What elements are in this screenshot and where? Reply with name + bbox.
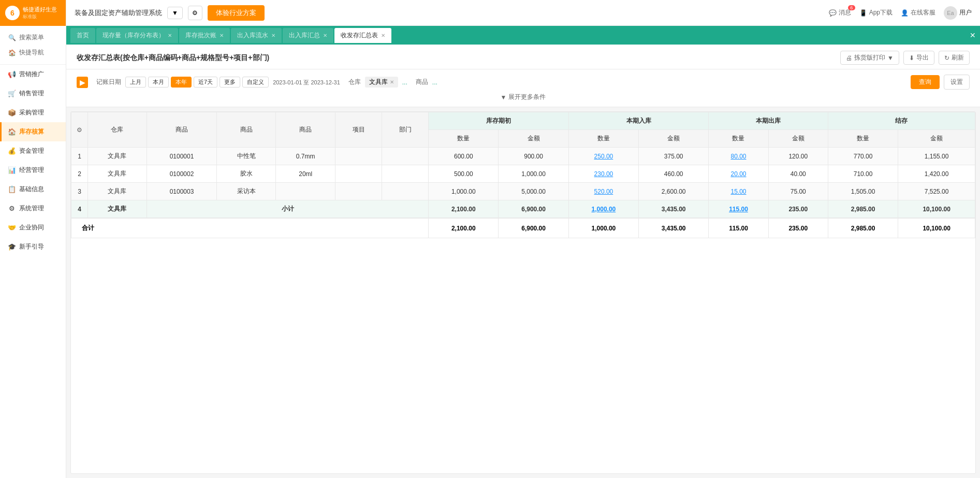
table-footer-row: 合计 2,100.00 6,900.00 1,000.00 3,435.00 1… [71,218,975,238]
sidebar-item-basic[interactable]: 📋 基础信息 [0,180,66,199]
basic-icon: 📋 [8,185,16,194]
topbar-actions: 💬 消息 6 📱 App下载 👤 在线客服 Ea 用户 [829,6,972,20]
trial-btn[interactable]: 体验行业方案 [208,5,265,21]
print-button[interactable]: 🖨 拣货版打印 ▼ [840,51,899,65]
app-download-label: App下载 [869,8,893,17]
col-department-header: 部门 [382,112,429,148]
footer-open-amt: 6,900.00 [499,218,568,238]
footer-in-amt: 3,435.00 [639,218,709,238]
data-table: ⚙ 仓库 商品 商品 商品 项目 部门 库存期初 本期入库 本期出库 结存 [71,112,975,238]
tabs-close-all[interactable]: ✕ [970,31,976,39]
expand-more-conditions[interactable]: ▼ 展开更多条件 [77,93,970,102]
footer-label: 合计 [71,218,429,238]
online-service-item[interactable]: 👤 在线客服 [901,8,935,17]
sidebar-item-enterprise[interactable]: 🤝 企业协同 [0,218,66,237]
sidebar-item-sales[interactable]: 🛒 销售管理 [0,84,66,103]
system-name: 装备及固定资产辅助管理系统 [75,8,162,18]
col-out-header: 本期出库 [709,112,828,130]
export-button[interactable]: ⬇ 导出 [903,51,934,65]
sidebar-item-marketing-label: 营销推广 [19,70,44,79]
filter-row-main: ▶ 记账日期 上月 本月 本年 近7天 更多 自定义 2023-01-01 至 … [77,75,970,90]
tab-inout-summary-label: 出入库汇总 [289,31,320,40]
search-icon: 🔍 [8,34,16,41]
tab-stock-distribution-close[interactable]: ✕ [168,33,172,38]
warehouse-filter-label: 仓库 [348,78,361,86]
refresh-icon: ↻ [944,54,949,62]
sidebar-item-finance[interactable]: 💰 资金管理 [0,141,66,161]
warehouse-tag: 文具库 ✕ [365,77,398,88]
quick-nav-item[interactable]: 🏠 快捷导航 [4,45,62,60]
page-header-actions: 🖨 拣货版打印 ▼ ⬇ 导出 ↻ 刷新 [840,51,970,65]
user-label: 用户 [959,8,972,17]
service-icon: 👤 [901,9,909,17]
table-row: 1 文具库 0100001 中性笔 0.7mm 600.00 900.00 25… [71,148,975,165]
tab-stock-summary-close[interactable]: ✕ [381,33,385,38]
chevron-down-icon: ▼ [501,94,507,101]
search-menu-item[interactable]: 🔍 搜索菜单 [4,30,62,45]
col-out-qty-header: 数量 [709,130,768,148]
sidebar-nav: 📢 营销推广 🛒 销售管理 📦 采购管理 🏠 库存核算 💰 资金管理 📊 经营管… [0,65,66,256]
tab-inout-summary[interactable]: 出入库汇总 ✕ [283,28,333,43]
sidebar-item-sales-label: 销售管理 [19,89,44,98]
search-menu-label: 搜索菜单 [19,33,44,42]
user-item[interactable]: Ea 用户 [944,6,972,20]
date-more-btn[interactable]: 更多 [220,77,240,88]
sidebar-item-purchase[interactable]: 📦 采购管理 [0,103,66,122]
col-open-amt-header: 金额 [499,130,568,148]
query-button[interactable]: 查询 [911,75,940,89]
goods-filter-label: 商品 [416,78,428,86]
main-area: 装备及固定资产辅助管理系统 ▼ ⚙ 体验行业方案 💬 消息 6 📱 App下载 … [66,0,980,478]
table-row: 3 文具库 0100003 采访本 1,000.00 5,000.00 520.… [71,183,975,200]
col-closing-header: 结存 [828,112,975,130]
refresh-button[interactable]: ↻ 刷新 [939,51,970,65]
sidebar-item-guide[interactable]: 🎓 新手引导 [0,237,66,256]
footer-in-qty: 1,000.00 [568,218,638,238]
tab-stock-distribution[interactable]: 现存量（库存分布表） ✕ [96,28,178,43]
date-last-month-btn[interactable]: 上月 [125,77,146,88]
footer-close-amt: 10,100.00 [898,218,975,238]
home-icon: 🏠 [8,49,16,56]
date-custom-btn[interactable]: 自定义 [242,77,269,88]
tab-batch-ledger-close[interactable]: ✕ [220,33,224,38]
tab-home[interactable]: 首页 [70,28,95,43]
tabs-bar: 首页 现存量（库存分布表） ✕ 库存批次账 ✕ 出入库流水 ✕ 出入库汇总 ✕ … [66,26,980,45]
sidebar-item-purchase-label: 采购管理 [19,108,44,117]
table-container: ⚙ 仓库 商品 商品 商品 项目 部门 库存期初 本期入库 本期出库 结存 [70,111,976,474]
filter-setting-button[interactable]: 设置 [944,75,970,90]
tab-stock-summary[interactable]: 收发存汇总表 ✕ [334,28,391,43]
col-goods-code-header: 商品 [147,112,216,148]
printer-icon: 🖨 [846,54,852,62]
sales-icon: 🛒 [8,90,16,98]
tab-batch-ledger[interactable]: 库存批次账 ✕ [179,28,230,43]
inventory-icon: 🏠 [8,128,16,136]
notification-item[interactable]: 💬 消息 6 [829,8,851,17]
sidebar-item-marketing[interactable]: 📢 营销推广 [0,65,66,84]
tab-inout-flow-close[interactable]: ✕ [271,33,275,38]
system-select-dropdown[interactable]: ▼ [167,7,183,19]
content-area: 收发存汇总表(按仓库+商品编码+商品+规格型号+项目+部门) 🖨 拣货版打印 ▼… [66,45,980,478]
settings-button[interactable]: ⚙ [188,6,202,20]
export-icon: ⬇ [909,54,914,62]
sidebar-item-operations[interactable]: 📊 经营管理 [0,161,66,180]
date-this-month-btn[interactable]: 本月 [148,77,169,88]
avatar: Ea [944,6,957,20]
warehouse-tag-close[interactable]: ✕ [390,79,394,85]
guide-icon: 🎓 [8,243,16,251]
goods-more-btn[interactable]: ... [432,79,437,86]
sidebar-item-system[interactable]: ⚙ 系统管理 [0,199,66,218]
app-download-item[interactable]: 📱 App下载 [859,8,893,17]
tab-home-label: 首页 [77,31,89,40]
sidebar-search-section: 🔍 搜索菜单 🏠 快捷导航 [0,26,66,65]
filter-date-group: 记账日期 上月 本月 本年 近7天 更多 自定义 2023-01-01 至 20… [96,77,340,88]
date-this-year-btn[interactable]: 本年 [171,77,192,88]
tab-inout-flow[interactable]: 出入库流水 ✕ [231,28,282,43]
col-close-qty-header: 数量 [828,130,898,148]
sidebar-item-inventory[interactable]: 🏠 库存核算 [0,122,66,141]
tab-inout-summary-close[interactable]: ✕ [323,33,327,38]
filter-expand-button[interactable]: ▶ [77,77,88,88]
warehouse-more-btn[interactable]: ... [402,79,407,86]
table-settings-icon[interactable]: ⚙ [77,126,82,134]
date-7days-btn[interactable]: 近7天 [194,77,217,88]
sidebar-item-basic-label: 基础信息 [19,185,44,194]
col-goods-name-header: 商品 [217,112,276,148]
